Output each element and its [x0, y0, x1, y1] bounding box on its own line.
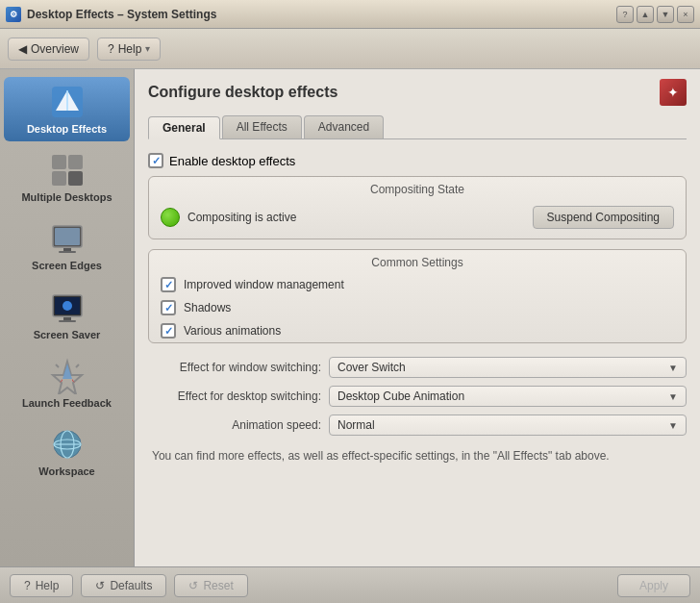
bottom-left-buttons: ? Help ↺ Defaults ↺ Reset	[10, 574, 248, 597]
sidebar-item-screen-saver[interactable]: Screen Saver	[4, 283, 130, 347]
tab-all-effects[interactable]: All Effects	[222, 115, 302, 138]
improved-window-management-checkbox[interactable]	[161, 277, 176, 292]
help-bottom-icon: ?	[24, 579, 31, 592]
sidebar-item-multiple-desktops[interactable]: Multiple Desktops	[4, 145, 130, 210]
animation-speed-value: Normal	[338, 418, 375, 432]
compositing-status-text: Compositing is active	[188, 211, 296, 224]
various-animations-checkbox[interactable]	[161, 323, 176, 339]
launch-feedback-icon	[48, 357, 87, 395]
various-animations-row: Various animations	[149, 319, 686, 342]
sidebar-item-label-screen-edges: Screen Edges	[32, 260, 102, 272]
animation-speed-row: Animation speed: Normal ▼	[148, 411, 687, 440]
sidebar-item-desktop-effects[interactable]: Desktop Effects	[4, 77, 130, 141]
compositing-content: Compositing is active Suspend Compositin…	[149, 200, 686, 239]
enable-desktop-effects-checkbox[interactable]	[148, 153, 163, 168]
sidebar-item-label-screen-saver: Screen Saver	[34, 329, 101, 341]
maximize-button[interactable]: ▼	[657, 6, 674, 23]
close-button[interactable]: ×	[677, 6, 694, 23]
desktop-switching-value: Desktop Cube Animation	[338, 389, 464, 403]
bottom-bar: ? Help ↺ Defaults ↺ Reset Apply	[0, 566, 700, 603]
content-header-icon: ✦	[660, 79, 687, 106]
window-switching-value: Cover Switch	[338, 361, 406, 374]
overview-button[interactable]: ◀ Overview	[8, 38, 89, 61]
window-controls[interactable]: ? ▲ ▼ ×	[616, 6, 694, 23]
tab-advanced[interactable]: Advanced	[304, 115, 384, 138]
help-label: Help	[118, 42, 142, 56]
help-titlebar-button[interactable]: ?	[616, 6, 634, 23]
improved-window-management-row: Improved window management	[149, 273, 686, 296]
compositing-section: Compositing State Compositing is active …	[148, 176, 687, 239]
window-title: Desktop Effects – System Settings	[27, 8, 216, 21]
defaults-button[interactable]: ↺ Defaults	[81, 574, 166, 597]
window-switching-label: Effect for window switching:	[148, 361, 321, 374]
shadows-row: Shadows	[149, 296, 686, 319]
svg-rect-3	[52, 155, 66, 169]
svg-rect-14	[63, 317, 71, 320]
sidebar: Desktop Effects Multiple Desktops	[0, 69, 135, 566]
apply-label: Apply	[639, 579, 668, 592]
desktop-switching-label: Effect for desktop switching:	[148, 389, 321, 403]
screen-edges-icon	[48, 219, 87, 258]
defaults-icon: ↺	[95, 579, 105, 592]
various-animations-label: Various animations	[184, 324, 281, 338]
content-header: Configure desktop effects ✦	[148, 79, 687, 106]
sidebar-item-launch-feedback[interactable]: Launch Feedback	[4, 351, 130, 415]
common-settings-section: Common Settings Improved window manageme…	[148, 249, 687, 343]
defaults-label: Defaults	[110, 579, 152, 592]
window-switching-row: Effect for window switching: Cover Switc…	[148, 353, 687, 382]
workspace-icon	[48, 425, 87, 464]
desktop-switching-select[interactable]: Desktop Cube Animation ▼	[329, 386, 687, 407]
reset-button[interactable]: ↺ Reset	[174, 574, 247, 597]
desktop-switching-row: Effect for desktop switching: Desktop Cu…	[148, 382, 687, 411]
overview-label: Overview	[31, 42, 79, 56]
enable-desktop-effects-label: Enable desktop effects	[169, 154, 295, 168]
svg-rect-10	[59, 251, 76, 253]
sidebar-item-workspace[interactable]: Workspace	[4, 419, 130, 484]
sidebar-item-label-multiple-desktops: Multiple Desktops	[21, 191, 112, 204]
apply-button[interactable]: Apply	[617, 574, 690, 597]
help-bottom-label: Help	[36, 579, 60, 592]
sidebar-item-screen-edges[interactable]: Screen Edges	[4, 214, 130, 278]
svg-rect-6	[68, 171, 83, 186]
shadows-label: Shadows	[184, 301, 231, 314]
compositing-status: Compositing is active	[161, 208, 296, 227]
app-icon: ⚙	[6, 7, 21, 22]
active-indicator	[161, 208, 180, 227]
svg-rect-15	[59, 320, 76, 322]
help-button[interactable]: ? Help ▾	[97, 38, 161, 61]
multiple-desktops-icon	[48, 151, 87, 189]
titlebar-left: ⚙ Desktop Effects – System Settings	[6, 7, 216, 22]
svg-rect-4	[68, 155, 83, 169]
animation-speed-select[interactable]: Normal ▼	[329, 415, 687, 436]
content-area: Configure desktop effects ✦ General All …	[135, 69, 700, 566]
sidebar-item-label-launch-feedback: Launch Feedback	[22, 397, 112, 410]
animation-speed-arrow: ▼	[668, 420, 678, 431]
sidebar-item-label-desktop-effects: Desktop Effects	[27, 123, 107, 136]
minimize-button[interactable]: ▲	[637, 6, 654, 23]
help-icon: ?	[108, 42, 114, 56]
suspend-compositing-button[interactable]: Suspend Compositing	[533, 206, 674, 229]
window-switching-select[interactable]: Cover Switch ▼	[329, 357, 687, 378]
reset-icon: ↺	[188, 579, 198, 592]
desktop-switching-arrow: ▼	[668, 391, 678, 402]
svg-line-19	[76, 364, 79, 367]
tab-general[interactable]: General	[148, 116, 220, 139]
sidebar-item-label-workspace: Workspace	[38, 465, 95, 478]
window-switching-arrow: ▼	[668, 363, 678, 373]
main-layout: Desktop Effects Multiple Desktops	[0, 69, 700, 566]
reset-label: Reset	[203, 579, 233, 592]
improved-window-management-label: Improved window management	[184, 278, 344, 291]
help-bottom-button[interactable]: ? Help	[10, 574, 73, 597]
common-settings-title: Common Settings	[149, 250, 686, 273]
toolbar: ◀ Overview ? Help ▾	[0, 29, 700, 69]
shadows-checkbox[interactable]	[161, 300, 176, 315]
back-arrow-icon: ◀	[18, 42, 27, 56]
svg-rect-9	[63, 248, 71, 251]
desktop-effects-icon	[48, 83, 87, 121]
svg-line-18	[56, 364, 59, 367]
page-title: Configure desktop effects	[148, 84, 338, 101]
animation-speed-label: Animation speed:	[148, 418, 321, 432]
tabs-bar: General All Effects Advanced	[148, 115, 687, 139]
compositing-title: Compositing State	[149, 177, 686, 200]
compositing-row: Compositing is active Suspend Compositin…	[161, 206, 674, 229]
